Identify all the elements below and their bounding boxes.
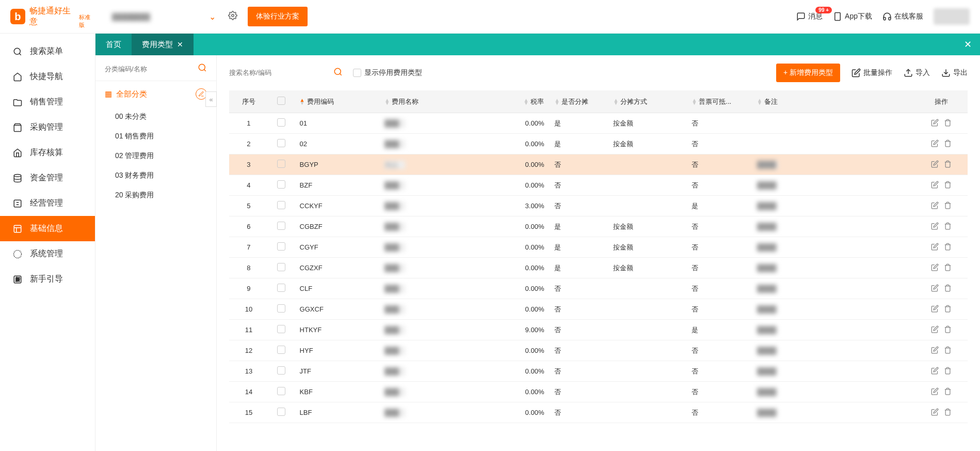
edit-row-icon[interactable] xyxy=(931,346,939,355)
category-item[interactable]: 20 采购费用 xyxy=(115,185,207,205)
sidebar-item-purchase[interactable]: 采购管理 xyxy=(0,115,95,140)
sidebar-item-quick-nav[interactable]: 快捷导航 xyxy=(0,64,95,89)
row-checkbox[interactable] xyxy=(277,387,285,395)
delete-row-icon[interactable] xyxy=(944,408,952,417)
table-row[interactable]: 6CGBZF███0.00%是按金额否████ xyxy=(229,216,968,237)
table-row[interactable]: 5CCKYF███3.00%否是████ xyxy=(229,196,968,216)
table-row[interactable]: 13JTF███0.00%否否████ xyxy=(229,361,968,382)
message-link[interactable]: 消息 99 + xyxy=(796,12,823,21)
collapse-panel-button[interactable]: « xyxy=(205,91,217,107)
edit-row-icon[interactable] xyxy=(931,222,939,231)
table-row[interactable]: 14KBF███0.00%否否████ xyxy=(229,382,968,402)
add-expense-type-button[interactable]: + 新增费用类型 xyxy=(776,64,840,82)
sidebar-item-system[interactable]: 系统管理 xyxy=(0,241,95,267)
table-row[interactable]: 12HYF███0.00%否否████ xyxy=(229,340,968,361)
col-seq-header[interactable]: 序号 xyxy=(242,98,255,105)
delete-row-icon[interactable] xyxy=(944,263,952,273)
category-item[interactable]: 03 财务费用 xyxy=(115,166,207,185)
row-checkbox[interactable] xyxy=(277,201,285,209)
table-row[interactable]: 3BGYP用品0.00%否否████ xyxy=(229,154,968,175)
delete-row-icon[interactable] xyxy=(944,305,952,314)
close-icon[interactable]: ✕ xyxy=(177,40,183,49)
row-checkbox[interactable] xyxy=(277,304,285,313)
table-row[interactable]: 8CGZXF███0.00%是按金额否████ xyxy=(229,258,968,278)
sidebar-item-sales[interactable]: 销售管理 xyxy=(0,89,95,115)
close-all-tabs[interactable]: ✕ xyxy=(956,34,980,55)
col-method-header[interactable]: 分摊方式 xyxy=(620,98,647,105)
edit-row-icon[interactable] xyxy=(931,139,939,149)
edit-row-icon[interactable] xyxy=(931,367,939,376)
sidebar-item-guide[interactable]: 新新手引导 xyxy=(0,267,95,292)
table-row[interactable]: 202███0.00%是按金额否 xyxy=(229,134,968,154)
gear-icon[interactable] xyxy=(228,11,237,22)
table-row[interactable]: 11HTKYF███9.00%否是████ xyxy=(229,320,968,340)
search-icon[interactable] xyxy=(198,63,207,74)
delete-row-icon[interactable] xyxy=(944,387,952,397)
row-checkbox[interactable] xyxy=(277,180,285,189)
row-checkbox[interactable] xyxy=(277,408,285,416)
delete-row-icon[interactable] xyxy=(944,181,952,190)
search-icon[interactable] xyxy=(333,67,343,79)
table-search-input[interactable] xyxy=(229,69,333,76)
col-remark-header[interactable]: 备注 xyxy=(764,98,778,105)
edit-row-icon[interactable] xyxy=(931,387,939,397)
experience-button[interactable]: 体验行业方案 xyxy=(248,7,308,26)
edit-row-icon[interactable] xyxy=(931,181,939,190)
table-row[interactable]: 9CLF███0.00%否否████ xyxy=(229,278,968,299)
avatar[interactable] xyxy=(934,8,970,25)
table-row[interactable]: 10GGXCF███0.00%否否████ xyxy=(229,299,968,320)
edit-row-icon[interactable] xyxy=(931,119,939,128)
row-checkbox[interactable] xyxy=(277,118,285,127)
edit-row-icon[interactable] xyxy=(931,305,939,314)
row-checkbox[interactable] xyxy=(277,263,285,271)
row-checkbox[interactable] xyxy=(277,366,285,375)
select-all-checkbox[interactable] xyxy=(277,97,285,105)
category-item[interactable]: 02 管理费用 xyxy=(115,146,207,166)
sort-icon[interactable]: ▲▼ xyxy=(384,99,390,105)
sidebar-item-search-menu[interactable]: 搜索菜单 xyxy=(0,39,95,64)
tab-home[interactable]: 首页 xyxy=(95,34,132,55)
import-link[interactable]: 导入 xyxy=(904,68,930,77)
delete-row-icon[interactable] xyxy=(944,284,952,293)
row-checkbox[interactable] xyxy=(277,284,285,292)
export-link[interactable]: 导出 xyxy=(941,68,968,77)
edit-row-icon[interactable] xyxy=(931,284,939,293)
col-code-header[interactable]: 费用编码 xyxy=(307,98,334,105)
delete-row-icon[interactable] xyxy=(944,243,952,252)
org-selector[interactable]: ████████ ⌄ xyxy=(106,9,222,25)
sort-icon[interactable]: ▲▼ xyxy=(613,99,618,105)
tab-expense-type[interactable]: 费用类型 ✕ xyxy=(132,34,194,55)
sidebar-item-inventory[interactable]: 库存核算 xyxy=(0,140,95,165)
table-row[interactable]: 7CGYF███0.00%是按金额否████ xyxy=(229,237,968,258)
category-item[interactable]: 01 销售费用 xyxy=(115,127,207,146)
category-search-input[interactable] xyxy=(105,65,198,73)
row-checkbox[interactable] xyxy=(277,325,285,333)
online-service-link[interactable]: 在线客服 xyxy=(882,12,923,21)
sidebar-item-finance[interactable]: 资金管理 xyxy=(0,165,95,191)
delete-row-icon[interactable] xyxy=(944,325,952,335)
sort-icon[interactable]: ▲▼ xyxy=(554,99,559,105)
col-share-header[interactable]: 是否分摊 xyxy=(561,98,588,105)
table-row[interactable]: 15LBF███0.00%否否████ xyxy=(229,402,968,423)
delete-row-icon[interactable] xyxy=(944,201,952,211)
edit-row-icon[interactable] xyxy=(931,263,939,273)
sort-icon[interactable]: ▲▼ xyxy=(524,99,529,105)
table-row[interactable]: 4BZF███0.00%否否████ xyxy=(229,175,968,196)
sort-icon[interactable]: ▲▼ xyxy=(692,99,697,105)
col-rate-header[interactable]: 税率 xyxy=(531,98,544,105)
row-checkbox[interactable] xyxy=(277,222,285,230)
sidebar-item-operation[interactable]: 经营管理 xyxy=(0,191,95,216)
delete-row-icon[interactable] xyxy=(944,139,952,149)
sort-icon[interactable]: ▲▼ xyxy=(300,99,305,105)
col-deduct-header[interactable]: 普票可抵... xyxy=(699,98,731,105)
category-item[interactable]: 00 未分类 xyxy=(115,107,207,127)
col-name-header[interactable]: 费用名称 xyxy=(392,98,419,105)
edit-row-icon[interactable] xyxy=(931,408,939,417)
delete-row-icon[interactable] xyxy=(944,160,952,169)
edit-row-icon[interactable] xyxy=(931,243,939,252)
edit-row-icon[interactable] xyxy=(931,201,939,211)
app-download-link[interactable]: App下载 xyxy=(833,12,872,21)
edit-row-icon[interactable] xyxy=(931,160,939,169)
row-checkbox[interactable] xyxy=(277,139,285,147)
edit-row-icon[interactable] xyxy=(931,325,939,335)
